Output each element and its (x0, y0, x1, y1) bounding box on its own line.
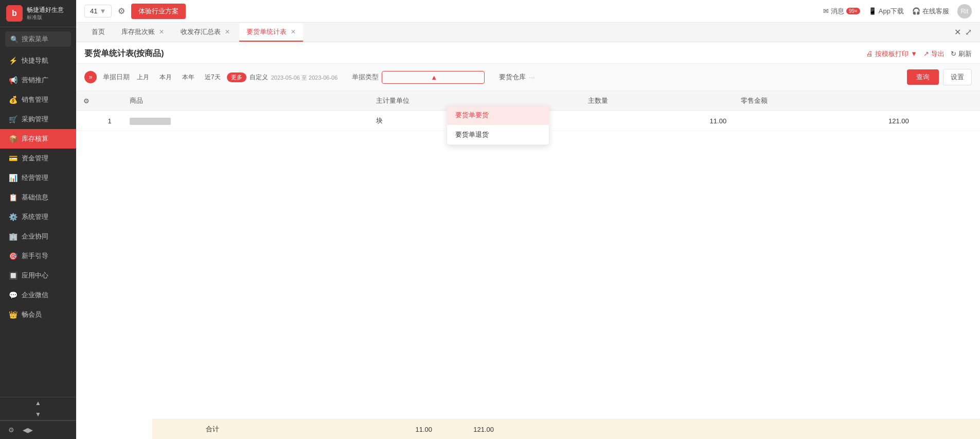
sidebar-item-purchase[interactable]: 🛒 采购管理 (0, 109, 76, 129)
sidebar-item-basic[interactable]: 📋 基础信息 (0, 188, 76, 207)
print-icon: 🖨 (866, 50, 873, 58)
message-action[interactable]: ✉ 消息 99+ (823, 7, 860, 16)
print-template-btn[interactable]: 🖨 按模板打印 ▼ (866, 49, 917, 59)
collapse-icon[interactable]: ◀▶ (23, 426, 33, 434)
dropdown-item-return[interactable]: 要货单退货 (447, 125, 549, 144)
date-label: 单据日期 (103, 72, 130, 82)
th-settings[interactable]: ⚙ (76, 91, 97, 111)
enterprise-icon: 🏢 (8, 232, 17, 241)
tab-close-summary[interactable]: ✕ (225, 28, 230, 35)
phone-icon: 📱 (868, 7, 877, 15)
th-index (97, 91, 122, 111)
type-label: 单据类型 (352, 72, 379, 82)
quick-icon: ⚡ (8, 56, 17, 65)
tabbar-actions: ✕ ⤢ (954, 27, 972, 37)
dropdown-item-order[interactable]: 要货单要货 (447, 105, 549, 125)
inventory-icon: 📦 (8, 134, 17, 143)
export-icon: ↗ (923, 50, 929, 58)
filter-warehouse-group: 要货仓库 ··· (499, 72, 534, 82)
settings-footer-icon[interactable]: ⚙ (8, 426, 14, 434)
operation-icon: 📊 (8, 173, 17, 182)
quick-btn-last-7days[interactable]: 近7天 (201, 72, 225, 83)
scroll-up-icon[interactable]: ▲ (35, 399, 41, 407)
wechat-icon: 💬 (8, 290, 17, 300)
cell-amount: 121.00 (734, 111, 916, 131)
scroll-down-icon[interactable]: ▼ (35, 411, 41, 418)
sidebar-nav: ⚡ 快捷导航 📢 营销推广 💰 销售管理 🛒 采购管理 📦 库存核算 💳 资金管… (0, 51, 76, 397)
sidebar-footer: ⚙ ◀▶ (0, 420, 76, 439)
set-button[interactable]: 设置 (943, 69, 972, 85)
sidebar-item-finance[interactable]: 💳 资金管理 (0, 149, 76, 168)
tab-summary[interactable]: 收发存汇总表 ✕ (173, 23, 237, 42)
main-area: 41 ▼ ⚙ 体验行业方案 ✉ 消息 99+ 📱 App下载 🎧 在线客服 Ri… (76, 0, 980, 439)
type-select-arrow: ▲ (431, 74, 437, 81)
logo-area: b 畅捷通好生意 标准版 (0, 0, 76, 27)
topbar: 41 ▼ ⚙ 体验行业方案 ✉ 消息 99+ 📱 App下载 🎧 在线客服 Ri… (76, 0, 980, 23)
sidebar-search[interactable]: 🔍 搜索菜单 (5, 31, 71, 47)
sidebar-item-marketing[interactable]: 📢 营销推广 (0, 70, 76, 90)
page-title: 要货单统计表(按商品) (84, 48, 164, 59)
tab-close-all-btn[interactable]: ✕ (954, 27, 961, 37)
cell-settings (76, 111, 97, 131)
sidebar: b 畅捷通好生意 标准版 🔍 搜索菜单 ⚡ 快捷导航 📢 营销推广 💰 销售管理… (0, 0, 76, 439)
quick-btn-this-year[interactable]: 本年 (178, 72, 199, 83)
filter-expand-button[interactable]: » (84, 71, 97, 83)
sidebar-item-wechat[interactable]: 💬 企业微信 (0, 285, 76, 305)
tab-batch[interactable]: 库存批次账 ✕ (114, 23, 171, 42)
sidebar-item-system[interactable]: ⚙️ 系统管理 (0, 207, 76, 227)
sidebar-item-inventory[interactable]: 📦 库存核算 (0, 129, 76, 149)
logo-icon: b (6, 5, 23, 22)
tab-order-stat[interactable]: 要货单统计表 ✕ (239, 23, 303, 42)
page-actions: 🖨 按模板打印 ▼ ↗ 导出 ↻ 刷新 (866, 49, 972, 59)
message-badge: 99+ (846, 8, 860, 14)
trial-button[interactable]: 体验行业方案 (131, 4, 186, 19)
topbar-right: ✉ 消息 99+ 📱 App下载 🎧 在线客服 Rit (823, 4, 972, 19)
refresh-btn[interactable]: ↻ 刷新 (951, 49, 972, 59)
sidebar-item-operation[interactable]: 📊 经营管理 (0, 168, 76, 188)
sidebar-item-apps[interactable]: 🔲 应用中心 (0, 266, 76, 285)
table-footer: 合计 11.00 121.00 (152, 419, 980, 439)
query-button[interactable]: 查询 (907, 69, 939, 85)
filter-type-group: 单据类型 ▲ (352, 71, 485, 84)
sidebar-item-member[interactable]: 👑 畅会员 (0, 305, 76, 324)
tab-close-batch[interactable]: ✕ (159, 28, 164, 35)
quick-btn-last-month[interactable]: 上月 (133, 72, 153, 83)
user-avatar[interactable]: Rit (957, 4, 972, 19)
footer-amount: 121.00 (432, 426, 494, 433)
guide-icon: 🎯 (8, 251, 17, 261)
sidebar-item-enterprise[interactable]: 🏢 企业协同 (0, 227, 76, 246)
th-qty: 主数量 (581, 91, 734, 111)
cell-product (122, 111, 369, 131)
tab-expand-btn[interactable]: ⤢ (965, 27, 972, 37)
warehouse-label: 要货仓库 (499, 72, 526, 82)
topbar-settings-icon[interactable]: ⚙ (118, 6, 125, 16)
filter-date-group: 单据日期 上月 本月 本年 近7天 更多 自定义 2023-05-06 至 20… (103, 72, 337, 83)
message-icon: ✉ (823, 7, 829, 15)
filter-bar: » 单据日期 上月 本月 本年 近7天 更多 自定义 2023-05-06 至 … (76, 64, 980, 91)
sidebar-item-quick[interactable]: ⚡ 快捷导航 (0, 51, 76, 70)
tab-home[interactable]: 首页 (84, 23, 112, 42)
quick-btn-more[interactable]: 更多 (227, 72, 246, 82)
online-service-action[interactable]: 🎧 在线客服 (912, 7, 949, 16)
sales-icon: 💰 (8, 95, 17, 104)
th-amount: 零售金额 (734, 91, 916, 111)
footer-qty: 11.00 (370, 426, 432, 433)
apps-icon: 🔲 (8, 271, 17, 280)
type-select[interactable]: ▲ (382, 71, 485, 84)
print-arrow-icon: ▼ (911, 50, 917, 58)
export-btn[interactable]: ↗ 导出 (923, 49, 945, 59)
sidebar-item-guide[interactable]: 🎯 新手引导 (0, 246, 76, 266)
company-dropdown-icon: ▼ (99, 7, 106, 15)
tab-close-order-stat[interactable]: ✕ (291, 28, 296, 35)
date-quick-btns: 上月 本月 本年 近7天 更多 (133, 72, 246, 83)
quick-btn-this-month[interactable]: 本月 (155, 72, 176, 83)
type-dropdown: 要货单要货 要货单退货 (447, 105, 549, 145)
cell-index: 1 (97, 111, 122, 131)
custom-date-btn[interactable]: 自定义 (250, 73, 268, 82)
sidebar-item-sales[interactable]: 💰 销售管理 (0, 90, 76, 109)
warehouse-more-btn[interactable]: ··· (529, 74, 534, 81)
topbar-left: 41 ▼ ⚙ 体验行业方案 (84, 4, 186, 19)
headset-icon: 🎧 (912, 7, 920, 15)
app-download-action[interactable]: 📱 App下载 (868, 7, 904, 16)
company-selector[interactable]: 41 ▼ (84, 5, 112, 17)
